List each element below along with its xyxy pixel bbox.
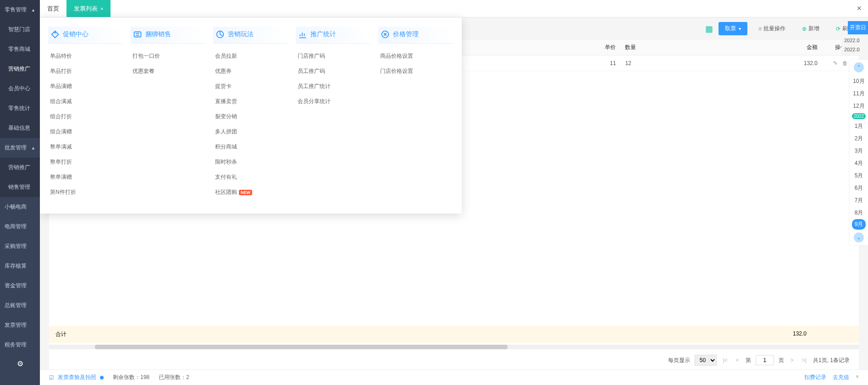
sidebar-item-retail-mall[interactable]: 零售商城 xyxy=(0,39,40,59)
mega-item[interactable]: 第N件打折 xyxy=(48,185,123,200)
list-icon: ≡ xyxy=(758,26,762,32)
mega-item[interactable]: 商品价格设置 xyxy=(378,49,453,64)
prev-page-icon[interactable]: < xyxy=(734,357,741,363)
mega-item[interactable]: 优惠套餐 xyxy=(131,64,206,79)
tabs-close-all[interactable]: × xyxy=(850,4,868,13)
date-picker-panel: 2022.0 2022.0 xyxy=(841,34,868,56)
sidebar-item-smart-store[interactable]: 智慧门店 xyxy=(0,20,40,39)
scroll-up-icon[interactable]: ⌃ xyxy=(854,62,864,72)
cell-qty: 12 xyxy=(620,55,715,71)
sidebar-item-retail-stats[interactable]: 零售统计 xyxy=(0,99,40,118)
add-button[interactable]: ⊕新增 xyxy=(796,22,825,35)
mega-item[interactable]: 组合满减 xyxy=(48,94,123,109)
dot-icon xyxy=(100,376,104,380)
page-input[interactable] xyxy=(756,355,774,365)
month-item[interactable]: 4月 xyxy=(855,157,863,170)
month-item[interactable]: 8月 xyxy=(855,207,863,219)
sidebar-item-sales-mgmt[interactable]: 销售管理 xyxy=(0,177,40,197)
mega-item[interactable]: 组合满赠 xyxy=(48,124,123,139)
sidebar-group-ecommerce2[interactable]: 电商管理 xyxy=(0,217,40,236)
month-item[interactable]: 2月 xyxy=(855,132,863,145)
sidebar-group-inventory[interactable]: 库存核算 xyxy=(0,256,40,276)
scrollbar-thumb[interactable] xyxy=(95,345,508,349)
mega-item[interactable]: 门店价格设置 xyxy=(378,64,453,79)
mega-item[interactable]: 多人拼团 xyxy=(213,124,288,139)
month-item[interactable]: 7月 xyxy=(855,194,863,207)
summary-label: 合计 xyxy=(55,330,101,338)
delete-icon[interactable]: 🗑 xyxy=(842,60,848,66)
tab-invoice-list[interactable]: 发票列表× xyxy=(66,0,111,17)
mega-item[interactable]: 整单满减 xyxy=(48,139,123,154)
mega-item[interactable]: 单品满赠 xyxy=(48,79,123,94)
invoice-date-button[interactable]: 开票日 xyxy=(848,21,868,34)
mega-item[interactable]: 门店推广码 xyxy=(296,49,371,64)
mega-item[interactable]: 整单满赠 xyxy=(48,170,123,185)
sidebar-group-funds[interactable]: 资金管理 xyxy=(0,276,40,296)
sidebar-group-retail[interactable]: 零售管理▲ xyxy=(0,0,40,20)
mega-item[interactable]: 优惠券 xyxy=(213,64,288,79)
sidebar-group-ecommerce1[interactable]: 小畅电商 xyxy=(0,197,40,217)
mega-item[interactable]: 支付有礼 xyxy=(213,170,288,185)
edit-icon[interactable]: ✎ xyxy=(833,60,838,66)
mega-item[interactable]: 组合打折 xyxy=(48,109,123,124)
mega-item[interactable]: 员工推广码 xyxy=(296,64,371,79)
mega-item[interactable]: 会员拉新 xyxy=(213,49,288,64)
month-item-current[interactable]: 9月 xyxy=(852,219,866,230)
mega-item[interactable]: 提货卡 xyxy=(213,79,288,94)
scroll-down-icon[interactable]: ⌄ xyxy=(854,232,864,242)
mega-item[interactable]: 单品特价 xyxy=(48,49,123,64)
sidebar-settings[interactable]: ⚙ xyxy=(0,355,40,373)
col-qty: 数量 xyxy=(620,40,715,55)
sidebar-item-wholesale-marketing[interactable]: 营销推广 xyxy=(0,158,40,177)
month-item[interactable]: 12月 xyxy=(853,100,864,112)
qr-icon[interactable]: ▦ xyxy=(705,24,713,34)
pager: 每页显示 50 |< < 第 页 > >| 共1页, 1条记录 xyxy=(49,351,859,369)
page-total: 共1页, 1条记录 xyxy=(813,357,850,364)
month-item[interactable]: 11月 xyxy=(853,88,864,100)
per-page-select[interactable]: 50 xyxy=(695,355,717,366)
used-count: 已用张数：2 xyxy=(159,374,189,381)
mega-item[interactable]: 员工推广统计 xyxy=(296,79,371,94)
sidebar-group-ledger[interactable]: 总账管理 xyxy=(0,296,40,315)
next-page-icon[interactable]: > xyxy=(789,357,796,363)
mega-item[interactable]: 社区团购NEW xyxy=(213,185,288,200)
sidebar-group-invoice[interactable]: 发票管理 xyxy=(0,315,40,335)
month-item[interactable]: 10月 xyxy=(853,75,864,88)
sidebar-item-basic-info[interactable]: 基础信息 xyxy=(0,118,40,138)
mega-item[interactable]: 打包一口价 xyxy=(131,49,206,64)
sidebar-group-wholesale[interactable]: 批发管理▲ xyxy=(0,138,40,158)
fetch-button[interactable]: 取票▾ xyxy=(719,22,747,35)
horizontal-scrollbar[interactable] xyxy=(49,345,859,349)
footer-close-icon[interactable]: × xyxy=(856,374,859,381)
date-option[interactable]: 2022.0 xyxy=(841,36,868,45)
cell-amount: 132.0 xyxy=(715,55,822,71)
month-item[interactable]: 5月 xyxy=(855,170,863,182)
sidebar-group-purchase[interactable]: 采购管理 xyxy=(0,236,40,256)
mega-item[interactable]: 整单打折 xyxy=(48,154,123,170)
mega-header-price: 价格管理 xyxy=(378,27,453,44)
verify-link[interactable]: ☑ 发票查验及拍照 xyxy=(49,374,104,381)
mega-item[interactable]: 裂变分销 xyxy=(213,109,288,124)
mega-item[interactable]: 会员分享统计 xyxy=(296,94,371,109)
mega-item[interactable]: 单品打折 xyxy=(48,64,123,79)
deduct-link[interactable]: 扣费记录 xyxy=(804,374,826,381)
first-page-icon[interactable]: |< xyxy=(721,357,730,363)
recharge-link[interactable]: 去充值 xyxy=(833,374,849,381)
sidebar-item-marketing[interactable]: 营销推广 xyxy=(0,59,40,79)
mega-item[interactable]: 限时秒杀 xyxy=(213,154,288,170)
date-option[interactable]: 2022.0 xyxy=(841,45,868,54)
month-item[interactable]: 6月 xyxy=(855,182,863,194)
sidebar-item-member[interactable]: 会员中心 xyxy=(0,79,40,99)
sidebar-group-tax[interactable]: 税务管理 xyxy=(0,335,40,355)
tag-icon xyxy=(50,29,60,39)
bulk-button[interactable]: ≡批量操作 xyxy=(753,22,791,35)
mega-item[interactable]: 积分商城 xyxy=(213,139,288,154)
mega-item[interactable]: 直播卖货 xyxy=(213,94,288,109)
month-item[interactable]: 1月 xyxy=(855,120,863,132)
tab-home[interactable]: 首页 xyxy=(40,0,66,17)
bundle-icon xyxy=(133,29,143,39)
close-icon[interactable]: × xyxy=(100,6,103,11)
month-item[interactable]: 3月 xyxy=(855,145,863,157)
mega-header-play: 营销玩法 xyxy=(213,27,288,44)
last-page-icon[interactable]: >| xyxy=(800,357,808,363)
